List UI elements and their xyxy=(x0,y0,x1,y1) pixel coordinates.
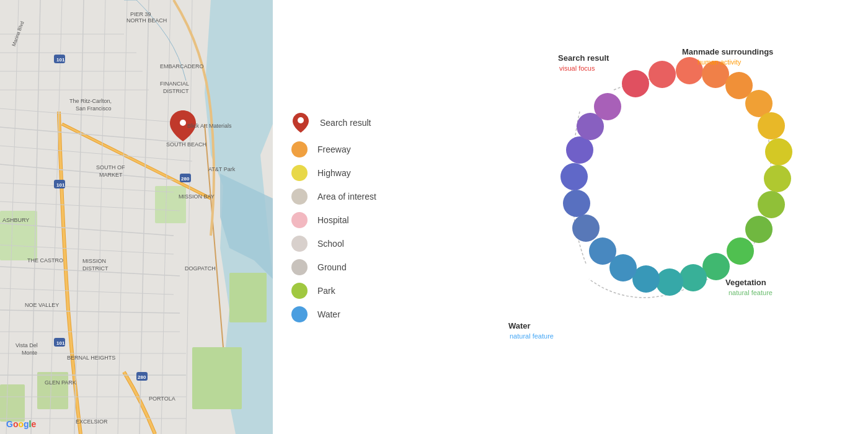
svg-text:Manmade surroundings: Manmade surroundings xyxy=(682,47,773,56)
svg-text:Water: Water xyxy=(508,321,531,330)
svg-point-51 xyxy=(622,70,649,97)
svg-line-22 xyxy=(0,288,174,294)
svg-point-69 xyxy=(572,215,600,242)
svg-text:Search result: Search result xyxy=(558,53,609,63)
right-panel: Search result Freeway Highway Area of in… xyxy=(273,0,868,434)
svg-line-18 xyxy=(0,202,180,211)
svg-point-60 xyxy=(758,191,785,218)
svg-line-21 xyxy=(0,267,180,276)
legend-label-highway: Highway xyxy=(317,168,351,178)
svg-text:human activity: human activity xyxy=(698,58,742,66)
map-svg: 101 101 101 280 280 xyxy=(0,0,273,434)
svg-line-13 xyxy=(0,108,198,124)
svg-text:natural feature: natural feature xyxy=(728,289,773,296)
svg-point-52 xyxy=(649,61,676,88)
legend-item-area-of-interest: Area of interest xyxy=(291,185,415,208)
svg-rect-0 xyxy=(0,211,37,260)
legend-label-water: Water xyxy=(317,309,340,319)
svg-line-23 xyxy=(0,310,180,313)
svg-line-15 xyxy=(0,146,192,161)
svg-line-35 xyxy=(140,0,149,434)
legend-dot-school xyxy=(291,236,308,252)
map-background: 101 101 101 280 280 PIER 39 NORTH BEACH … xyxy=(0,0,273,434)
svg-line-34 xyxy=(118,0,127,434)
legend-item-hospital: Hospital xyxy=(291,208,415,232)
legend-pin-search-result xyxy=(291,112,310,134)
svg-point-70 xyxy=(563,190,590,217)
legend-dot-ground xyxy=(291,259,308,275)
legend-label-school: School xyxy=(317,239,344,249)
legend-dot-park xyxy=(291,283,308,299)
svg-point-68 xyxy=(589,237,616,265)
svg-text:101: 101 xyxy=(56,57,65,63)
svg-line-32 xyxy=(74,0,84,434)
svg-rect-2 xyxy=(0,384,25,422)
svg-point-74 xyxy=(594,93,621,120)
google-logo: Google xyxy=(6,419,36,429)
svg-text:natural feature: natural feature xyxy=(510,332,554,340)
legend-label-hospital: Hospital xyxy=(317,215,349,225)
legend-label-park: Park xyxy=(317,286,335,296)
svg-rect-4 xyxy=(229,273,267,322)
map-panel: 101 101 101 280 280 PIER 39 NORTH BEACH … xyxy=(0,0,273,434)
legend-label-ground: Ground xyxy=(317,262,347,272)
svg-line-33 xyxy=(96,0,105,434)
svg-text:visual focus: visual focus xyxy=(559,64,595,72)
diagram-svg: Search result visual focus Manmade surro… xyxy=(453,43,812,391)
svg-text:101: 101 xyxy=(56,340,65,346)
svg-rect-3 xyxy=(192,347,242,409)
svg-point-61 xyxy=(745,216,773,243)
legend-dot-hospital xyxy=(291,212,308,228)
svg-text:280: 280 xyxy=(181,176,190,182)
color-wheel-diagram: Search result visual focus Manmade surro… xyxy=(453,43,812,391)
legend-item-freeway: Freeway xyxy=(291,138,415,161)
svg-text:280: 280 xyxy=(138,374,146,380)
svg-point-58 xyxy=(765,138,792,166)
legend-dot-highway xyxy=(291,165,308,181)
svg-point-65 xyxy=(656,268,683,296)
svg-text:101: 101 xyxy=(56,182,65,188)
svg-line-37 xyxy=(186,0,192,434)
legend-label-search-result: Search result xyxy=(320,118,371,128)
svg-rect-1 xyxy=(37,372,68,409)
svg-point-50 xyxy=(298,117,304,123)
legend-label-freeway: Freeway xyxy=(317,144,351,154)
svg-point-57 xyxy=(758,112,785,140)
legend-label-area-of-interest: Area of interest xyxy=(317,192,376,202)
svg-point-72 xyxy=(566,136,593,164)
legend-dot-freeway xyxy=(291,141,308,157)
svg-text:Vegetation: Vegetation xyxy=(725,278,766,287)
svg-point-59 xyxy=(764,165,791,192)
svg-line-31 xyxy=(50,0,62,434)
svg-line-17 xyxy=(0,183,174,192)
legend-dot-area-of-interest xyxy=(291,188,308,205)
legend-item-ground: Ground xyxy=(291,255,415,279)
legend-dot-water xyxy=(291,306,308,322)
svg-point-62 xyxy=(727,237,754,265)
legend-item-park: Park xyxy=(291,279,415,303)
legend-item-highway: Highway xyxy=(291,161,415,185)
svg-point-64 xyxy=(680,264,707,291)
legend-item-water: Water xyxy=(291,303,415,326)
legend-item-search-result: Search result xyxy=(291,108,415,138)
svg-point-71 xyxy=(560,163,588,190)
svg-point-49 xyxy=(180,120,186,126)
legend: Search result Freeway Highway Area of in… xyxy=(291,108,415,326)
legend-item-school: School xyxy=(291,232,415,255)
